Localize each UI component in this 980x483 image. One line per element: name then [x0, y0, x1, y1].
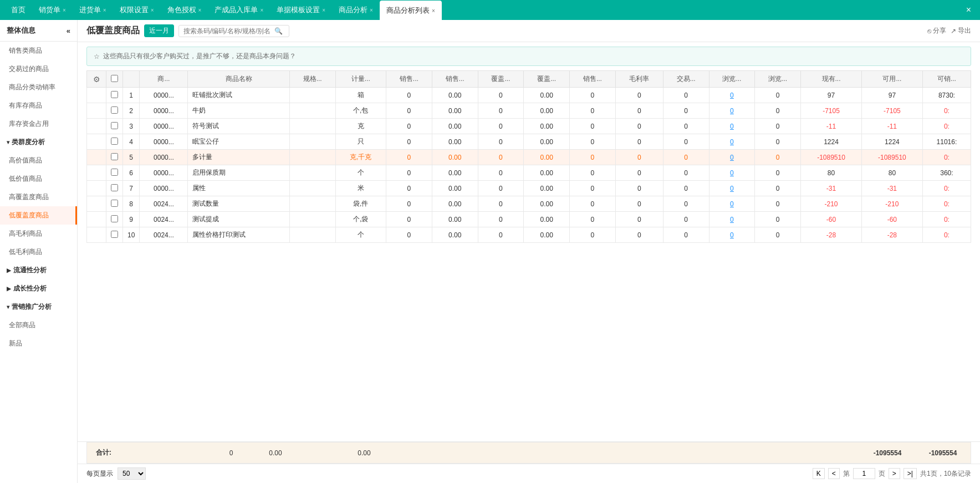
- th-browse1[interactable]: 浏览...: [709, 71, 755, 88]
- nav-close-sales[interactable]: ×: [63, 7, 66, 13]
- sidebar-collapse-icon[interactable]: «: [67, 27, 70, 35]
- cell-browse1[interactable]: 0: [709, 88, 755, 103]
- sidebar-group-growth[interactable]: ▶ 成长性分析: [0, 279, 77, 298]
- th-sales-amt[interactable]: 销售...: [432, 71, 478, 88]
- row-checkbox[interactable]: [111, 231, 118, 238]
- sidebar-item-sales-goods[interactable]: 销售类商品: [0, 42, 77, 60]
- row-checkbox[interactable]: [111, 200, 118, 207]
- sidebar-group-loyalty[interactable]: ▾ 类群度分析: [0, 133, 77, 151]
- th-unit[interactable]: 计量...: [335, 71, 386, 88]
- nav-item-role[interactable]: 角色授权 ×: [161, 0, 208, 20]
- browse1-link[interactable]: 0: [730, 107, 734, 115]
- th-gross[interactable]: 毛利率: [615, 71, 663, 88]
- nav-item-perm[interactable]: 权限设置 ×: [113, 0, 161, 20]
- sidebar-item-low-value[interactable]: 低价值商品: [0, 170, 77, 188]
- search-icon[interactable]: 🔍: [274, 27, 283, 35]
- nav-item-purchase[interactable]: 进货单 ×: [73, 0, 113, 20]
- row-checkbox[interactable]: [111, 122, 118, 129]
- sidebar-item-high-profit[interactable]: 高毛利商品: [0, 225, 77, 243]
- cell-browse1[interactable]: 0: [709, 212, 755, 227]
- th-saleable[interactable]: 可销...: [922, 71, 971, 88]
- nav-item-sales[interactable]: 销货单 ×: [32, 0, 73, 20]
- nav-close-role[interactable]: ×: [198, 7, 202, 13]
- sidebar-item-high-value[interactable]: 高价值商品: [0, 151, 77, 170]
- th-trans[interactable]: 交易...: [663, 71, 709, 88]
- cell-browse1[interactable]: 0: [709, 150, 755, 165]
- sidebar-header[interactable]: 整体信息 «: [0, 20, 77, 42]
- sidebar-item-category-rate[interactable]: 商品分类动销率: [0, 78, 77, 96]
- search-input[interactable]: [183, 27, 272, 35]
- row-checkbox[interactable]: [111, 138, 118, 145]
- th-sales-qty[interactable]: 销售...: [386, 71, 432, 88]
- row-checkbox[interactable]: [111, 153, 118, 160]
- nav-close-product[interactable]: ×: [260, 7, 263, 13]
- th-spec[interactable]: 规格...: [289, 71, 335, 88]
- nav-item-template[interactable]: 单据模板设置 ×: [270, 0, 332, 20]
- cell-checkbox[interactable]: [106, 212, 123, 227]
- share-btn[interactable]: ⎋ 分享: [927, 26, 946, 35]
- browse1-link[interactable]: 0: [730, 216, 734, 223]
- sidebar-item-stock-goods[interactable]: 有库存商品: [0, 96, 77, 115]
- sidebar-group-marketing[interactable]: ▾ 营销推广分析: [0, 298, 77, 316]
- cell-browse1[interactable]: 0: [709, 196, 755, 212]
- nav-close-all[interactable]: ×: [962, 5, 976, 15]
- date-filter-btn[interactable]: 近一月: [144, 24, 174, 37]
- cell-checkbox[interactable]: [106, 150, 123, 165]
- sidebar-item-new-goods[interactable]: 新品: [0, 334, 77, 353]
- cell-checkbox[interactable]: [106, 88, 123, 103]
- browse1-link[interactable]: 0: [730, 91, 734, 99]
- row-checkbox[interactable]: [111, 91, 118, 98]
- prev-page-btn[interactable]: <: [828, 468, 840, 479]
- cell-checkbox[interactable]: [106, 103, 123, 119]
- cell-browse1[interactable]: 0: [709, 181, 755, 196]
- th-browse2[interactable]: 浏览...: [755, 71, 801, 88]
- nav-item-analysis-list[interactable]: 商品分析列表 ×: [380, 1, 442, 21]
- th-cov1[interactable]: 覆盖...: [478, 71, 524, 88]
- browse1-link[interactable]: 0: [730, 200, 734, 208]
- sidebar-item-stock-capital[interactable]: 库存资金占用: [0, 115, 77, 133]
- per-page-select[interactable]: 50 100 200: [118, 467, 146, 480]
- row-checkbox[interactable]: [111, 215, 118, 222]
- cell-checkbox[interactable]: [106, 227, 123, 243]
- sidebar-item-all-goods[interactable]: 全部商品: [0, 316, 77, 334]
- th-name[interactable]: 商品名称: [188, 71, 289, 88]
- th-current[interactable]: 现有...: [801, 71, 862, 88]
- select-all-checkbox[interactable]: [111, 75, 118, 82]
- sidebar-group-flow[interactable]: ▶ 流通性分析: [0, 261, 77, 279]
- th-settings[interactable]: ⚙: [87, 71, 106, 88]
- row-checkbox[interactable]: [111, 106, 118, 114]
- browse1-link[interactable]: 0: [730, 185, 734, 192]
- cell-browse1[interactable]: 0: [709, 134, 755, 150]
- row-checkbox[interactable]: [111, 184, 118, 191]
- browse1-link[interactable]: 0: [730, 123, 734, 130]
- th-code[interactable]: 商...: [140, 71, 188, 88]
- row-checkbox[interactable]: [111, 169, 118, 176]
- nav-item-product[interactable]: 产成品入库单 ×: [208, 0, 270, 20]
- first-page-btn[interactable]: K: [813, 468, 825, 479]
- th-checkbox[interactable]: [106, 71, 123, 88]
- th-available[interactable]: 可用...: [861, 71, 922, 88]
- sidebar-item-low-coverage[interactable]: 低覆盖度商品: [0, 206, 77, 225]
- cell-checkbox[interactable]: [106, 181, 123, 196]
- nav-item-home[interactable]: 首页: [4, 0, 32, 20]
- nav-close-perm[interactable]: ×: [151, 7, 154, 13]
- cell-checkbox[interactable]: [106, 119, 123, 134]
- export-btn[interactable]: ↗ 导出: [951, 26, 971, 35]
- cell-checkbox[interactable]: [106, 165, 123, 181]
- browse1-link[interactable]: 0: [730, 138, 734, 146]
- cell-checkbox[interactable]: [106, 134, 123, 150]
- nav-close-template[interactable]: ×: [322, 7, 325, 13]
- sidebar-item-traded-goods[interactable]: 交易过的商品: [0, 60, 77, 78]
- next-page-btn[interactable]: >: [889, 468, 900, 479]
- nav-close-analysis-list[interactable]: ×: [432, 8, 435, 14]
- cell-browse1[interactable]: 0: [709, 103, 755, 119]
- cell-browse1[interactable]: 0: [709, 165, 755, 181]
- nav-close-purchase[interactable]: ×: [103, 7, 106, 13]
- cell-browse1[interactable]: 0: [709, 227, 755, 243]
- last-page-btn[interactable]: >|: [904, 468, 917, 479]
- browse1-link[interactable]: 0: [730, 169, 734, 177]
- nav-item-analysis[interactable]: 商品分析 ×: [332, 0, 380, 20]
- sidebar-item-high-coverage[interactable]: 高覆盖度商品: [0, 188, 77, 206]
- th-cov2[interactable]: 覆盖...: [524, 71, 570, 88]
- nav-close-analysis[interactable]: ×: [370, 7, 373, 13]
